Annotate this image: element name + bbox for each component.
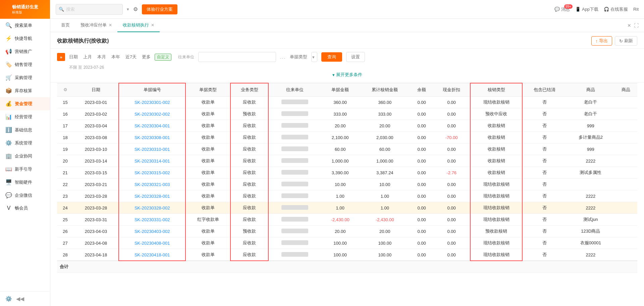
expand-filter-button[interactable]: » <box>57 53 65 61</box>
tab-collection[interactable]: 收款核销执行 ✕ <box>117 19 160 32</box>
settings-button[interactable]: 设置 <box>346 52 365 62</box>
cell-included: 否 <box>522 190 567 202</box>
date-option-7days[interactable]: 近7天 <box>124 53 138 61</box>
sidebar-item-guide[interactable]: 📖 新手引导 <box>0 163 50 176</box>
settings-bottom-icon[interactable]: ⚙️ <box>5 296 12 302</box>
app-download-button[interactable]: 📱 App下载 <box>575 6 598 12</box>
cell-doc-no[interactable]: SK-20230331-002 <box>119 214 185 226</box>
sidebar-item-marketing[interactable]: 📢 营销推广 <box>0 45 50 58</box>
cell-date: 2023-04-18 <box>73 249 119 261</box>
cell-amount: 1,000.00 <box>321 155 360 167</box>
cell-doc-no[interactable]: SK-20230315-002 <box>119 167 185 179</box>
sidebar-item-quicknav[interactable]: ⚡ 快捷导航 <box>0 32 50 45</box>
user-profile[interactable]: Rit <box>633 7 639 12</box>
expand-more-conditions[interactable]: ▾ 展开更多条件 <box>332 72 362 78</box>
th-discount: 现金折扣 <box>433 83 470 97</box>
maximize-icon[interactable]: ⛶ <box>634 23 639 28</box>
cell-doc-no[interactable]: SK-20230408-001 <box>119 237 185 249</box>
cell-balance: 0.00 <box>410 202 433 214</box>
cell-biz-type: 应收款 <box>230 202 268 214</box>
sidebar-item-wechat[interactable]: 💬 企业微信 <box>0 189 50 202</box>
cell-goods: 老白干 <box>567 108 614 120</box>
collapse-icon[interactable]: ◀◀ <box>16 296 24 302</box>
cell-num: 24 <box>57 202 73 214</box>
table-area[interactable]: ⚙ 日期 单据编号 单据类型 业务类型 往来单位 单据金额 累计核销金额 余额 … <box>50 83 644 306</box>
cell-doc-no[interactable]: SK-20230418-001 <box>119 249 185 261</box>
cell-doc-no[interactable]: SK-20230403-002 <box>119 226 185 237</box>
sidebar-item-inventory[interactable]: 📦 库存核算 <box>0 84 50 97</box>
doc-no-link[interactable]: SK-20230328-002 <box>135 205 170 210</box>
cell-party <box>268 143 321 155</box>
cell-num: 20 <box>57 155 73 167</box>
tab-home[interactable]: 首页 <box>56 19 75 32</box>
cell-doc-no[interactable]: SK-20230308-001 <box>119 132 185 143</box>
doc-no-link[interactable]: SK-20230403-002 <box>135 229 170 234</box>
doc-no-link[interactable]: SK-20230304-001 <box>135 123 170 128</box>
doc-no-link[interactable]: SK-20230418-001 <box>135 252 170 257</box>
doc-no-link[interactable]: SK-20230331-002 <box>135 217 170 222</box>
sidebar-item-basicinfo[interactable]: ℹ️ 基础信息 <box>0 123 50 136</box>
cell-doc-no[interactable]: SK-20230328-001 <box>119 190 185 202</box>
cell-balance: 0.00 <box>410 179 433 190</box>
doc-no-link[interactable]: SK-20230328-001 <box>135 194 170 199</box>
cell-goods: 2222 <box>567 249 614 261</box>
sidebar-item-sales[interactable]: 🏷️ 销售管理 <box>0 58 50 71</box>
cell-doc-no[interactable]: SK-20230310-001 <box>119 143 185 155</box>
sidebar-item-member[interactable]: V 畅会员 <box>0 202 50 215</box>
doc-no-link[interactable]: SK-20230315-002 <box>135 170 170 175</box>
cell-doc-no[interactable]: SK-20230301-002 <box>119 97 185 108</box>
cell-doc-no[interactable]: SK-20230314-001 <box>119 155 185 167</box>
sidebar-item-finance[interactable]: 💰 资金管理 <box>0 97 50 110</box>
topbar-search-box[interactable]: 🔍 搜索 <box>56 4 123 15</box>
date-option-last-month[interactable]: 上月 <box>82 53 93 61</box>
doc-no-link[interactable]: SK-20230302-002 <box>135 112 170 117</box>
sidebar-item-purchase[interactable]: 🛒 采购管理 <box>0 71 50 84</box>
doc-no-link[interactable]: SK-20230301-002 <box>135 100 170 105</box>
date-option-this-year[interactable]: 本年 <box>110 53 121 61</box>
cell-discount: 0.00 <box>433 97 470 108</box>
table-gear-icon[interactable]: ⚙ <box>63 87 67 92</box>
doc-no-link[interactable]: SK-20230314-001 <box>135 159 170 164</box>
tab-close-icon[interactable]: ✕ <box>109 23 112 27</box>
messages-button[interactable]: 💬 消息 99+ <box>554 6 570 12</box>
sidebar-item-system[interactable]: ⚙️ 系统管理 <box>0 136 50 149</box>
th-gear[interactable]: ⚙ <box>57 83 73 97</box>
date-option-this-month[interactable]: 本月 <box>96 53 107 61</box>
topbar-gear-icon[interactable]: ⚙ <box>133 6 138 12</box>
th-verified: 累计核销金额 <box>359 83 410 97</box>
industry-solution-button[interactable]: 体验行业方案 <box>142 4 177 14</box>
doc-no-link[interactable]: SK-20230308-001 <box>135 135 170 140</box>
th-goods1: 商品 <box>567 83 614 97</box>
cell-verified: 2,030.00 <box>359 132 410 143</box>
sidebar-item-enterprise[interactable]: 🏢 企业协同 <box>0 149 50 163</box>
cell-doc-no[interactable]: SK-20230304-001 <box>119 120 185 132</box>
query-button[interactable]: 查询 <box>321 52 342 62</box>
online-service-label: 在线客服 <box>610 6 628 12</box>
sidebar-item-operations[interactable]: 📊 经营管理 <box>0 110 50 123</box>
close-window-icon[interactable]: ✕ <box>627 23 631 28</box>
cell-doc-no[interactable]: SK-20230328-002 <box>119 202 185 214</box>
topbar-dropdown-arrow[interactable]: ▾ <box>127 7 129 12</box>
table-row: 172023-03-04SK-20230304-001收款单应收款20.0020… <box>57 120 637 132</box>
custom-date-label[interactable]: 自定义 <box>155 54 171 61</box>
cell-doc-no[interactable]: SK-20230321-003 <box>119 179 185 190</box>
gear-icon: ⚙️ <box>5 140 12 146</box>
doc-no-link[interactable]: SK-20230408-001 <box>135 241 170 246</box>
cell-doc-no[interactable]: SK-20230302-002 <box>119 108 185 120</box>
date-option-more[interactable]: 更多 <box>141 53 152 61</box>
doc-no-link[interactable]: SK-20230310-001 <box>135 147 170 152</box>
sidebar-item-hardware[interactable]: 🖥️ 智能硬件 <box>0 176 50 189</box>
sidebar-item-label: 资金管理 <box>15 101 32 107</box>
party-filter-input[interactable] <box>198 52 276 62</box>
doc-type-select[interactable] <box>311 52 317 62</box>
cell-amount: 20.00 <box>321 226 360 237</box>
cell-amount: 10.00 <box>321 179 360 190</box>
export-button[interactable]: ↑ 导出 <box>591 36 612 46</box>
tab-close-icon[interactable]: ✕ <box>151 23 154 27</box>
sidebar-item-search[interactable]: 🔍 搜索菜单 <box>0 19 50 32</box>
cell-amount: 60.00 <box>321 143 360 155</box>
doc-no-link[interactable]: SK-20230321-003 <box>135 182 170 187</box>
tab-prepay[interactable]: 预收冲应付单 ✕ <box>75 19 117 32</box>
refresh-button[interactable]: ↻ 刷新 <box>615 36 637 46</box>
online-service-button[interactable]: 🎧 在线客服 <box>604 6 628 12</box>
